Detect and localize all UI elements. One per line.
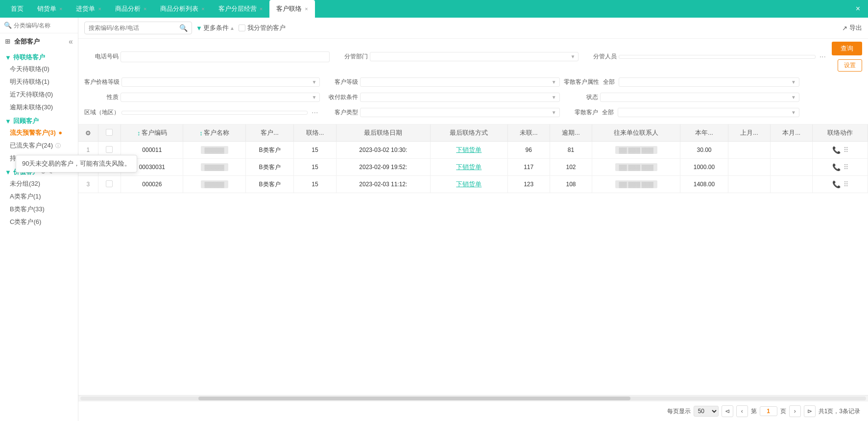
my-customer-checkbox[interactable]: 我分管的客户: [239, 24, 286, 32]
customer-grade-select[interactable]: ▼: [360, 77, 559, 87]
next-page-btn[interactable]: ›: [789, 405, 801, 417]
query-button[interactable]: 查询: [832, 42, 862, 55]
sidebar-item-churned[interactable]: 已流失客户(24) ⓘ: [0, 139, 78, 152]
search-icon[interactable]: 🔍: [179, 24, 188, 32]
status-select[interactable]: ▼: [600, 93, 799, 102]
search-input[interactable]: [89, 25, 177, 31]
sidebar-group-pending[interactable]: ▼ 待联络客户: [0, 50, 78, 63]
sidebar-group-review[interactable]: ▼ 回顾客户: [0, 114, 78, 126]
filter-zero-attr: 零散客户属性 全部 ▼: [564, 77, 799, 87]
close-product-list-icon[interactable]: ×: [201, 6, 204, 12]
setting-button[interactable]: 设置: [838, 59, 862, 72]
manager-ellipsis[interactable]: ···: [818, 52, 828, 61]
th-contact: 联络...: [294, 124, 336, 142]
window-close-icon[interactable]: ×: [852, 4, 864, 13]
filter-dept: 分管部门 ▼: [334, 52, 579, 61]
filter-nature: 性质 ▼: [84, 93, 320, 102]
sidebar-item-ungrouped[interactable]: 未分组(32): [0, 177, 78, 190]
unit-contact: ▓▓ ▓▓▓ ▓▓▓: [592, 176, 680, 193]
unit-contact: ▓▓ ▓▓▓ ▓▓▓: [592, 142, 680, 159]
nav-product-list[interactable]: 商品分析列表 ×: [153, 0, 211, 18]
sidebar-item-overdue[interactable]: 逾期未联络(30): [0, 101, 78, 114]
nav-purchase[interactable]: 进货单 ×: [69, 0, 108, 18]
last-contact-method[interactable]: 下销货单: [431, 159, 508, 176]
chevron-down-icon6: ▼: [552, 95, 556, 100]
row-checkbox[interactable]: [98, 176, 121, 193]
th-name[interactable]: ↕ 客户名称: [183, 124, 245, 142]
close-customer-contact-icon[interactable]: ×: [305, 6, 308, 12]
settings-icon[interactable]: ⚙: [85, 129, 91, 137]
first-page-btn[interactable]: ⊲: [722, 405, 733, 417]
close-product-analysis-icon[interactable]: ×: [144, 6, 146, 12]
close-sales-icon[interactable]: ×: [59, 6, 62, 12]
export-button[interactable]: ↗ 导出: [842, 24, 862, 32]
th-type: 客户...: [245, 124, 294, 142]
last-contact-date: 2023-02-03 11:12:: [336, 176, 430, 193]
nav-product-analysis[interactable]: 商品分析 ×: [108, 0, 153, 18]
phone-input[interactable]: [121, 51, 330, 62]
region-label: 区域（地区）: [84, 108, 120, 117]
th-check[interactable]: [98, 124, 121, 142]
th-settings[interactable]: ⚙: [78, 124, 98, 142]
per-page-label: 每页显示: [667, 407, 691, 416]
this-month-amount: [771, 176, 813, 193]
page-number-input[interactable]: [760, 406, 777, 416]
per-page-select[interactable]: 50 100 200: [694, 406, 719, 417]
nav-customer-layer[interactable]: 客户分层经营 ×: [212, 0, 269, 18]
sidebar-collapse-icon[interactable]: «: [69, 37, 73, 46]
prev-page-btn[interactable]: ‹: [736, 405, 748, 417]
info-icon: ⓘ: [55, 143, 61, 149]
nature-select[interactable]: ▼: [121, 93, 320, 102]
price-grade-select[interactable]: ▼: [121, 77, 320, 87]
sidebar-item-7days[interactable]: 近7天待联络(0): [0, 88, 78, 101]
last-page-btn[interactable]: ⊳: [804, 405, 816, 417]
last-month-amount: [728, 142, 770, 159]
filter-zero-customer: 零散客户 全部 ▼: [564, 108, 799, 117]
region-input[interactable]: [121, 111, 308, 115]
last-month-amount: [728, 176, 770, 193]
horizontal-scrollbar[interactable]: [78, 395, 868, 401]
contact-action-icon[interactable]: 📞: [832, 163, 841, 171]
filter-row-3: 性质 ▼ 收付款条件 ▼ 状态: [84, 90, 862, 105]
sidebar-item-today[interactable]: 今天待联络(0): [0, 63, 78, 75]
this-month-amount: [771, 159, 813, 176]
dept-select[interactable]: ▼: [370, 52, 579, 61]
region-ellipsis[interactable]: ···: [310, 108, 320, 117]
last-contact-method[interactable]: 下销货单: [431, 142, 508, 159]
checkbox-icon[interactable]: [239, 25, 245, 31]
sidebar-item-b-class[interactable]: B类客户(33): [0, 203, 78, 216]
more-action-icon[interactable]: ⠿: [844, 163, 848, 171]
payment-select[interactable]: ▼: [360, 93, 559, 102]
more-action-icon[interactable]: ⠿: [844, 180, 848, 188]
table-area: ⚙ ↕ 客户编码 ↕ 客户名称: [78, 124, 868, 395]
zero-customer-select[interactable]: ▼: [618, 108, 799, 117]
status-label: 状态: [564, 93, 598, 101]
close-customer-layer-icon[interactable]: ×: [260, 6, 263, 12]
filter-region: 区域（地区） ···: [84, 108, 320, 117]
nav-customer-contact[interactable]: 客户联络 ×: [269, 0, 314, 18]
sidebar-item-a-class[interactable]: A类客户(1): [0, 190, 78, 203]
manager-select[interactable]: [619, 55, 815, 59]
select-all-checkbox[interactable]: [106, 129, 113, 136]
customer-type-select[interactable]: ▼: [360, 108, 559, 117]
more-filter-btn[interactable]: ▼ 更多条件 ▲: [196, 24, 235, 32]
more-action-icon[interactable]: ⠿: [844, 146, 848, 154]
sidebar-item-c-class[interactable]: C类客户(6): [0, 216, 78, 228]
nav-sales[interactable]: 销货单 ×: [30, 0, 69, 18]
sidebar-search-input[interactable]: [14, 22, 74, 29]
grid-icon: ⊞: [5, 38, 10, 45]
chevron-down-icon2: ▼: [312, 79, 316, 85]
customer-name: ▓▓▓▓▓: [183, 159, 245, 176]
zero-attr-select[interactable]: ▼: [619, 77, 799, 87]
scrollbar-thumb[interactable]: [198, 396, 630, 400]
close-purchase-icon[interactable]: ×: [98, 6, 101, 12]
contact-action-icon[interactable]: 📞: [832, 146, 841, 154]
th-code[interactable]: ↕ 客户编码: [121, 124, 183, 142]
uncontacted-days: 117: [507, 159, 550, 176]
contact-action-icon[interactable]: 📞: [832, 180, 841, 188]
nav-home[interactable]: 首页: [4, 0, 30, 18]
sidebar-item-tomorrow[interactable]: 明天待联络(1): [0, 75, 78, 88]
sidebar-all-customers[interactable]: ⊞ 全部客户 «: [0, 33, 78, 50]
last-contact-method[interactable]: 下销货单: [431, 176, 508, 193]
sidebar-item-churn-warning[interactable]: 流失预警客户(3) ●: [0, 126, 78, 139]
